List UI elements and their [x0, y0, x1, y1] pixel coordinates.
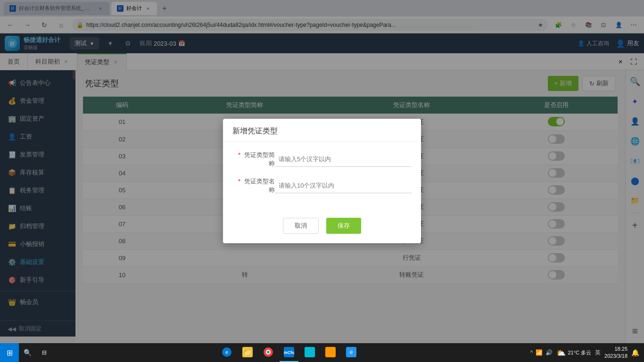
svg-text:e: e	[350, 349, 353, 355]
taskbar-app-main[interactable]: WeChat	[280, 343, 298, 362]
dialog-footer: 取消 保存	[223, 213, 421, 243]
start-button[interactable]: ⊞	[0, 343, 19, 362]
weather-area: ⛅ 21°C 多云	[556, 348, 591, 357]
taskbar-time: 18:25	[604, 346, 627, 353]
notification-btn[interactable]: 🔔	[631, 349, 639, 356]
save-button[interactable]: 保存	[326, 218, 361, 234]
dialog-header: 新增凭证类型	[223, 119, 421, 141]
weather-temp: 21°C 多云	[568, 349, 591, 356]
taskbar-right: ^ 📶 🔊 ⛅ 21°C 多云 英 18:25 2023/3/18 🔔	[526, 346, 644, 360]
tray-network-icon: 📶	[536, 349, 543, 356]
svg-text:📁: 📁	[244, 348, 252, 356]
svg-rect-11	[305, 347, 315, 357]
taskbar-search-btn[interactable]: 🔍	[19, 344, 36, 361]
taskbar-chrome[interactable]	[259, 343, 278, 362]
abbr-required: *	[238, 151, 240, 158]
taskbar-task-view[interactable]: ⊟	[36, 344, 53, 361]
cancel-button[interactable]: 取消	[283, 218, 319, 234]
new-voucher-dialog: 新增凭证类型 * 凭证类型简称 * 凭证类型名称 取消 保存	[223, 119, 421, 243]
dialog-overlay: 新增凭证类型 * 凭证类型简称 * 凭证类型名称 取消 保存	[0, 0, 644, 362]
sys-tray-icons: ^ 📶 🔊	[530, 349, 553, 356]
taskbar: ⊞ 🔍 ⊟ e 📁 WeChat e ^ 📶 🔊 ⛅	[0, 343, 644, 362]
taskbar-edge2[interactable]: e	[342, 343, 361, 362]
name-input[interactable]	[275, 178, 412, 193]
name-label-text: 凭证类型名称	[244, 178, 275, 193]
svg-text:e: e	[225, 349, 228, 355]
language-label: 英	[595, 349, 601, 357]
svg-rect-12	[325, 347, 336, 357]
form-row-name: * 凭证类型名称	[232, 177, 412, 194]
taskbar-edge[interactable]: e	[217, 343, 236, 362]
form-row-abbr: * 凭证类型简称	[232, 151, 412, 168]
name-label: * 凭证类型名称	[232, 177, 275, 194]
taskbar-explorer[interactable]: 📁	[238, 343, 257, 362]
abbr-label: * 凭证类型简称	[232, 151, 275, 168]
name-required: *	[238, 178, 240, 185]
tray-up-icon[interactable]: ^	[530, 349, 533, 356]
svg-point-8	[267, 351, 270, 354]
taskbar-files[interactable]	[321, 343, 340, 362]
weather-icon: ⛅	[556, 348, 566, 357]
tray-audio-icon: 🔊	[545, 349, 553, 356]
abbr-input[interactable]	[275, 152, 412, 167]
taskbar-clock: 18:25 2023/3/18	[604, 346, 627, 360]
taskbar-store[interactable]	[300, 343, 319, 362]
abbr-label-text: 凭证类型简称	[244, 151, 275, 167]
taskbar-indicators: 英	[595, 349, 601, 357]
taskbar-date: 2023/3/18	[604, 353, 627, 360]
dialog-body: * 凭证类型简称 * 凭证类型名称	[223, 141, 421, 213]
taskbar-apps: e 📁 WeChat e	[53, 343, 526, 362]
svg-text:WeChat: WeChat	[284, 350, 294, 355]
